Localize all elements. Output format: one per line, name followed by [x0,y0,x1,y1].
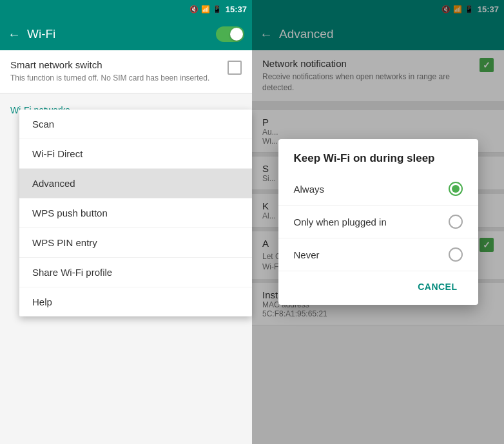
radio-always-inner [452,185,460,193]
dialog-option-plugged[interactable]: Only when plugged in [278,206,478,238]
dialog-title: Keep Wi-Fi on during sleep [278,139,478,173]
radio-plugged[interactable] [449,215,463,229]
left-back-button[interactable]: ← [8,27,21,42]
mute-icon: 🔇 [189,5,199,14]
left-toolbar: ← Wi-Fi [0,18,252,50]
wifi-toggle[interactable] [216,26,244,42]
menu-item-advanced[interactable]: Advanced [19,169,252,198]
dialog-option-never-label: Never [294,249,320,260]
keep-wifi-dialog: Keep Wi-Fi on during sleep Always Only w… [278,139,478,305]
menu-item-wps-push[interactable]: WPS push button [19,198,252,228]
radio-never[interactable] [449,247,463,262]
left-time: 15:37 [226,5,247,14]
menu-item-help[interactable]: Help [19,287,252,316]
left-panel: 🔇 📶 📱 15:37 ← Wi-Fi Smart network switch… [0,0,252,444]
left-toolbar-title: Wi-Fi [27,27,209,41]
wifi-icon: 📶 [201,5,210,14]
dialog-option-plugged-label: Only when plugged in [294,217,387,227]
smart-network-title: Smart network switch [10,59,221,70]
dialog-overlay: Keep Wi-Fi on during sleep Always Only w… [252,0,504,444]
smart-network-checkbox[interactable] [228,61,242,75]
radio-always[interactable] [449,182,463,196]
dialog-option-always-label: Always [294,184,325,195]
context-menu: Scan Wi-Fi Direct Advanced WPS push butt… [19,110,252,316]
left-status-bar: 🔇 📶 📱 15:37 [0,0,252,18]
signal-icon: 📱 [213,5,222,14]
dialog-actions: CANCEL [278,271,478,305]
menu-item-wifi-direct[interactable]: Wi-Fi Direct [19,139,252,169]
menu-item-wps-pin[interactable]: WPS PIN entry [19,228,252,258]
dialog-option-never[interactable]: Never [278,238,478,271]
left-status-icons: 🔇 📶 📱 [189,5,222,14]
smart-network-section: Smart network switch This function is tu… [0,50,252,93]
menu-item-share-wifi[interactable]: Share Wi-Fi profile [19,258,252,287]
right-panel: 🔇 📶 📱 15:37 ← Advanced Network notificat… [252,0,504,444]
smart-network-desc: This function is turned off. No SIM card… [10,73,221,84]
menu-item-scan[interactable]: Scan [19,110,252,139]
dialog-option-always[interactable]: Always [278,173,478,206]
dialog-cancel-button[interactable]: CANCEL [407,276,467,297]
